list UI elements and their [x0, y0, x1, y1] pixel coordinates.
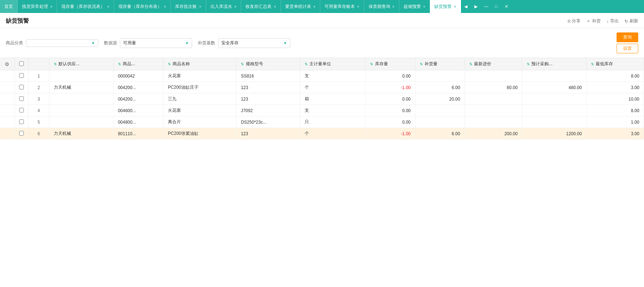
tab-batch-account[interactable]: 库存批次账 × — [171, 0, 206, 13]
row-latest-price-cell: 200.00 — [465, 128, 522, 140]
th-gear[interactable]: ⚙ — [0, 58, 14, 70]
datasource-select[interactable]: 可用量 ▼ — [120, 38, 192, 48]
row-gear-cell — [0, 128, 14, 140]
tab-next-btn[interactable]: ▶ — [471, 0, 481, 13]
close-tab-4[interactable]: × — [199, 4, 201, 9]
close-tab-5[interactable]: × — [234, 4, 236, 9]
tab-pick-exception[interactable]: 拣货异常处理 × — [18, 0, 57, 13]
row-checkbox-4[interactable] — [19, 119, 24, 124]
tab-overstock[interactable]: 超储预警 × — [399, 0, 430, 13]
th-product-name[interactable]: ⇅ 商品名称 — [164, 58, 236, 70]
table-row[interactable]: 5 004800... 离合片 DS250*23c... 只 0.00 1.00 — [0, 116, 644, 128]
row-checkbox-cell[interactable] — [14, 82, 28, 93]
category-select[interactable]: ▼ — [26, 39, 98, 47]
close-tab-1[interactable]: × — [50, 4, 52, 9]
row-stock-cell: 0.00 — [366, 93, 415, 105]
tab-inventory-status[interactable]: 现存量（库存状况表） × — [57, 0, 114, 13]
row-checkbox-cell[interactable] — [14, 105, 28, 116]
datasource-arrow-icon: ▼ — [185, 41, 189, 45]
replenish-base-arrow-icon: ▼ — [283, 41, 287, 45]
refresh-button[interactable]: ↻ 刷新 — [625, 18, 638, 24]
tab-prev-btn[interactable]: ◀ — [461, 0, 471, 13]
table-body: 1 0000042 火花塞 SS816 支 0.00 8.00 2 力天机械 0… — [0, 70, 644, 140]
row-min-stock-cell: 3.00 — [586, 128, 644, 140]
row-min-stock-cell: 3.00 — [586, 82, 644, 93]
row-gear-cell — [0, 70, 14, 82]
close-tab-6[interactable]: × — [274, 4, 276, 9]
export-button[interactable]: ↓ 导出 — [606, 18, 619, 24]
close-tab-2[interactable]: × — [107, 4, 109, 9]
row-min-stock-cell: 10.00 — [586, 93, 644, 105]
tab-maximize-btn[interactable]: □ — [491, 0, 501, 13]
th-estimated-purchase[interactable]: ⇅ 预计采购... — [522, 58, 586, 70]
th-product-code[interactable]: ⇅ 商品... — [113, 58, 163, 70]
table-row[interactable]: 2 力天机械 004200... PC200油缸庄子 123 个 -1.00 6… — [0, 82, 644, 93]
row-checkbox-cell[interactable] — [14, 128, 28, 140]
row-code-cell: 004200... — [113, 93, 163, 105]
th-latest-price[interactable]: ⇅ 最新进价 — [465, 58, 522, 70]
tab-home[interactable]: 首页 — [0, 0, 18, 13]
sort-code-icon: ⇅ — [118, 62, 121, 66]
tab-inout-flow[interactable]: 出入库流水 × — [206, 0, 241, 13]
th-default-supplier[interactable]: ⇅ 默认供应... — [49, 58, 113, 70]
tab-available-ledger[interactable]: 可用量库存账本 × — [320, 0, 364, 13]
th-stock[interactable]: ⇅ 库存量 — [366, 58, 415, 70]
datasource-label: 数据源 — [104, 40, 117, 46]
row-checkbox-3[interactable] — [19, 108, 24, 112]
close-tab-7[interactable]: × — [313, 4, 316, 9]
th-unit[interactable]: ⇅ 主计量单位 — [300, 58, 365, 70]
row-latest-price-cell: 80.00 — [465, 82, 522, 93]
row-checkbox-cell[interactable] — [14, 93, 28, 105]
row-name-cell: PC200油缸庄子 — [164, 82, 236, 93]
th-replenish-qty[interactable]: ⇅ 补货量 — [415, 58, 465, 70]
row-checkbox-2[interactable] — [19, 96, 24, 101]
row-latest-price-cell — [465, 70, 522, 82]
tab-shortage[interactable]: 缺货预警 × — [430, 0, 461, 13]
th-min-stock[interactable]: ⇅ 最低库存 — [586, 58, 644, 70]
row-checkbox-1[interactable] — [19, 85, 24, 89]
datasource-filter-group: 数据源 可用量 ▼ — [104, 38, 192, 48]
row-checkbox-cell[interactable] — [14, 70, 28, 82]
header-actions: ⎘ 分享 ＋ 补货 ↓ 导出 ↻ 刷新 — [568, 18, 638, 24]
close-tab-3[interactable]: × — [164, 4, 166, 9]
row-checkbox-cell[interactable] — [14, 116, 28, 128]
table-row[interactable]: 6 力天机械 801110... PC200张紧油缸 123 个 -1.00 6… — [0, 128, 644, 140]
tab-close-win-btn[interactable]: ✕ — [501, 0, 512, 13]
tab-minimize-btn[interactable]: — — [481, 0, 491, 13]
select-all-checkbox[interactable] — [19, 61, 24, 66]
replenish-base-select[interactable]: 安全库存 ▼ — [218, 38, 290, 48]
close-tab-10[interactable]: × — [423, 4, 425, 9]
row-unit-cell: 个 — [300, 128, 365, 140]
th-spec[interactable]: ⇅ 规格型号 — [236, 58, 300, 70]
tab-expiry[interactable]: 保质期查询 × — [364, 0, 399, 13]
table-row[interactable]: 4 004600... 火花塞 J7092 支 0.00 8.00 — [0, 105, 644, 116]
close-tab-8[interactable]: × — [357, 4, 359, 9]
query-button[interactable]: 查询 — [617, 32, 638, 42]
row-num-cell: 3 — [28, 93, 49, 105]
row-estimated-purchase-cell: 480.00 — [522, 82, 586, 93]
setting-button[interactable]: 设置 — [617, 44, 638, 53]
close-tab-9[interactable]: × — [392, 4, 395, 9]
th-checkbox[interactable] — [14, 58, 28, 70]
table-row[interactable]: 3 004200... 三九 123 箱 0.00 20.00 10.00 — [0, 93, 644, 105]
share-button[interactable]: ⎘ 分享 — [568, 18, 580, 24]
replenish-base-filter-group: 补货基数 安全库存 ▼ — [198, 38, 290, 48]
replenish-button[interactable]: ＋ 补货 — [586, 18, 601, 24]
table-row[interactable]: 1 0000042 火花塞 SS816 支 0.00 8.00 — [0, 70, 644, 82]
row-spec-cell: 123 — [236, 128, 300, 140]
row-num-cell: 6 — [28, 128, 49, 140]
row-unit-cell: 支 — [300, 105, 365, 116]
page-title: 缺货预警 — [6, 17, 29, 25]
row-code-cell: 004200... — [113, 82, 163, 93]
tab-summary[interactable]: 收发存汇总表 × — [241, 0, 280, 13]
row-checkbox-5[interactable] — [19, 131, 24, 136]
row-gear-cell — [0, 93, 14, 105]
tab-demand[interactable]: 要货单统计表 × — [281, 0, 320, 13]
close-tab-11[interactable]: × — [454, 4, 456, 9]
sort-estimated-icon: ⇅ — [527, 62, 530, 66]
tab-inventory-dist[interactable]: 现存量（库存分布表） × — [114, 0, 171, 13]
row-stock-cell: 0.00 — [366, 70, 415, 82]
row-checkbox-0[interactable] — [19, 73, 24, 78]
row-stock-cell: -1.00 — [366, 128, 415, 140]
gear-icon[interactable]: ⚙ — [5, 61, 9, 67]
